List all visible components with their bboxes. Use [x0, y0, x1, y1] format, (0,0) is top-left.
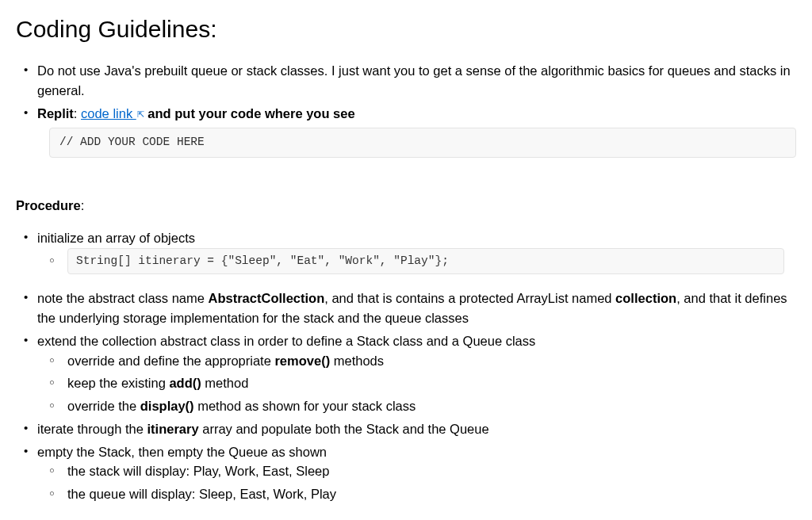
- list-item: empty the Stack, then empty the Queue as…: [37, 442, 796, 504]
- external-link-icon: ⇱: [137, 108, 144, 121]
- list-item: extend the collection abstract class in …: [37, 331, 796, 416]
- procedure-list: initialize an array of objects String[] …: [16, 228, 796, 504]
- sub-list: the stack will display: Play, Work, East…: [37, 461, 796, 504]
- sub-list: String[] itinerary = {"Sleep", "Eat", "W…: [37, 248, 796, 275]
- guidelines-list: Do not use Java's prebuilt queue or stac…: [16, 61, 796, 158]
- list-item: override and define the appropriate remo…: [67, 351, 796, 371]
- list-item: keep the existing add() method: [67, 373, 796, 393]
- list-item: initialize an array of objects String[] …: [37, 228, 796, 275]
- text: :: [74, 106, 81, 120]
- list-item: Replit: code link ⇱ and put your code wh…: [37, 104, 796, 159]
- sub-list: override and define the appropriate remo…: [37, 351, 796, 416]
- code-block: // ADD YOUR CODE HERE: [49, 128, 796, 158]
- list-item: the stack will display: Play, Work, East…: [67, 461, 796, 481]
- procedure-heading: Procedure:: [16, 196, 796, 216]
- list-item: String[] itinerary = {"Sleep", "Eat", "W…: [67, 248, 784, 275]
- page-title: Coding Guidelines:: [16, 11, 796, 47]
- text: and put your code where you see: [144, 106, 355, 120]
- list-item: the queue will display: Sleep, East, Wor…: [67, 484, 796, 504]
- replit-label: Replit: [37, 106, 74, 120]
- list-item: Do not use Java's prebuilt queue or stac…: [37, 61, 796, 101]
- list-item: note the abstract class name AbstractCol…: [37, 289, 796, 328]
- list-item: override the display() method as shown f…: [67, 396, 796, 416]
- code-link[interactable]: code link ⇱: [81, 106, 144, 120]
- code-block: String[] itinerary = {"Sleep", "Eat", "W…: [67, 248, 784, 275]
- list-item: iterate through the itinerary array and …: [37, 419, 796, 439]
